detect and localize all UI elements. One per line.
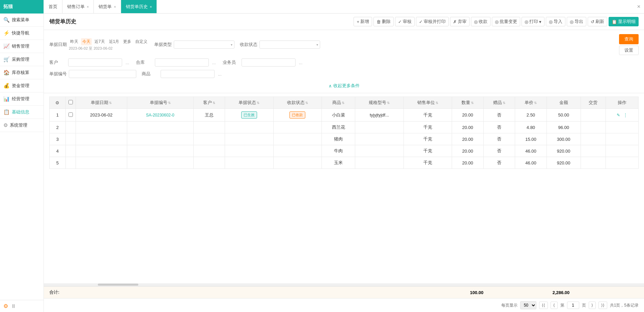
col-sales-unit: 销售单位⇅ <box>403 97 452 109</box>
doc-no-input[interactable] <box>69 70 136 78</box>
sort-doc-no[interactable]: ⇅ <box>168 101 171 105</box>
staff-input[interactable] <box>242 58 296 67</box>
more-action[interactable]: ⋮ <box>623 113 627 118</box>
import-icon: ◎ <box>549 19 553 24</box>
sidebar-item-operations[interactable]: 📊 经营管理 <box>0 93 44 106</box>
batch-change-button[interactable]: ◎ 批量变更 <box>492 17 520 26</box>
sort-unit-price[interactable]: ⇅ <box>534 101 537 105</box>
refresh-button[interactable]: ↺ 刷新 <box>588 17 607 26</box>
row-doc-no[interactable]: SA-20230602-0 <box>127 109 193 122</box>
sort-sales-unit[interactable]: ⇅ <box>436 101 438 105</box>
tab-sales-history-close[interactable]: × <box>150 5 152 9</box>
col-collect-status: 收款状态⇅ <box>273 97 321 109</box>
tab-sales-goods[interactable]: 销货单 × <box>94 0 121 13</box>
sidebar-item-inventory[interactable]: 🏠 库存核算 <box>0 66 44 79</box>
col-gear[interactable]: ⚙ <box>50 97 66 109</box>
table-row: 5 玉米 千克 20.00 否 46.00 920.00 <box>50 157 639 169</box>
sidebar-item-quick-nav[interactable]: ⚡ 快捷导航 <box>0 27 44 40</box>
tab-home[interactable]: 首页 <box>44 0 62 13</box>
sidebar-item-finance[interactable]: 💰 资金管理 <box>0 79 44 93</box>
delete-button[interactable]: 🗑 删除 <box>373 17 394 26</box>
customer-ellipsis[interactable]: ... <box>124 60 131 65</box>
row-customer <box>193 145 225 157</box>
shortcut-more[interactable]: 更多 <box>122 38 133 45</box>
export-button[interactable]: ◎ 导出 <box>567 17 586 26</box>
sort-collect-status[interactable]: ⇅ <box>305 101 308 105</box>
tab-sales-history[interactable]: 销货单历史 × <box>121 0 157 13</box>
page-content: 销货单历史 + 新增 🗑 删除 ✓ 审核 ✓ 审核并打印 <box>44 14 644 312</box>
per-page-select[interactable]: 50 <box>520 301 536 309</box>
sort-goods[interactable]: ⇅ <box>342 101 344 105</box>
collect-status-label: 收款状态 <box>240 42 257 48</box>
sidebar-item-search-menu[interactable]: 🔍 搜索菜单 <box>0 14 44 27</box>
collect-button[interactable]: ◎ 收款 <box>471 17 491 26</box>
row-checkbox[interactable] <box>65 133 76 145</box>
sort-doc-date[interactable]: ⇅ <box>109 101 112 105</box>
show-detail-button[interactable]: 📋 显示明细 <box>609 17 639 26</box>
prev-page-button[interactable]: ⟨ <box>551 302 558 309</box>
row-checkbox[interactable] <box>65 145 76 157</box>
shortcut-month[interactable]: 近1月 <box>108 38 121 45</box>
row-select-checkbox[interactable] <box>68 112 73 117</box>
collect-status-select[interactable] <box>259 41 320 49</box>
sidebar-item-basic-info[interactable]: 📋 基础信息 <box>0 106 44 119</box>
goods-input[interactable] <box>161 70 215 78</box>
row-num: 2 <box>50 122 66 133</box>
add-button[interactable]: + 新增 <box>354 17 372 26</box>
audit-print-icon: ✓ <box>419 19 423 24</box>
goods-ellipsis[interactable]: ... <box>217 72 223 77</box>
sort-customer[interactable]: ⇅ <box>213 101 215 105</box>
row-collect-status <box>273 133 321 145</box>
row-actions <box>606 145 639 157</box>
edit-action[interactable]: ✎ <box>617 113 620 118</box>
warehouse-ellipsis[interactable]: ... <box>211 60 217 65</box>
horizontal-scrollbar[interactable] <box>44 283 644 286</box>
row-checkbox[interactable] <box>65 122 76 133</box>
first-page-button[interactable]: ⟨⟨ <box>539 302 548 309</box>
tab-sales-order-close[interactable]: × <box>87 5 89 9</box>
last-page-button[interactable]: ⟩⟩ <box>598 302 607 309</box>
warehouse-input[interactable] <box>155 58 209 67</box>
shortcut-today[interactable]: 今天 <box>81 38 92 45</box>
staff-ellipsis[interactable]: ... <box>298 60 304 65</box>
doc-status-badge: 已生效 <box>241 111 257 119</box>
query-button[interactable]: 查询 <box>619 34 639 44</box>
doc-no-link[interactable]: SA-20230602-0 <box>146 113 174 118</box>
page-number-input[interactable] <box>567 302 579 309</box>
sort-gift[interactable]: ⇅ <box>503 101 505 105</box>
sidebar-bottom-icon1[interactable]: ⚙ <box>3 303 8 309</box>
audit-print-button[interactable]: ✓ 审核并打印 <box>416 17 449 26</box>
collapse-button[interactable]: ∧ 收起更多条件 <box>49 81 639 90</box>
row-checkbox[interactable] <box>65 109 76 122</box>
next-page-button[interactable]: ⟩ <box>589 302 596 309</box>
import-button[interactable]: ◎ 导入 <box>546 17 565 26</box>
shortcut-custom[interactable]: 自定义 <box>134 38 149 45</box>
tab-sales-order[interactable]: 销售订单 × <box>62 0 94 13</box>
audit-button[interactable]: ✓ 审核 <box>395 17 415 26</box>
col-checkbox[interactable] <box>65 97 76 109</box>
sidebar-item-sales[interactable]: 📈 销售管理 <box>0 40 44 53</box>
select-all-checkbox[interactable] <box>68 100 73 104</box>
sort-spec[interactable]: ⇅ <box>387 101 390 105</box>
row-unit-price: 46.00 <box>515 145 547 157</box>
abandon-button[interactable]: ✗ 弃审 <box>450 17 470 26</box>
tab-sales-goods-close[interactable]: × <box>114 5 116 9</box>
doc-type-select[interactable] <box>174 41 234 49</box>
sort-doc-status[interactable]: ⇅ <box>257 101 259 105</box>
close-all-icon[interactable]: ✕ <box>637 4 641 9</box>
sort-quantity[interactable]: ⇅ <box>471 101 474 105</box>
scroll-thumb[interactable] <box>98 284 138 286</box>
sidebar-item-system[interactable]: ⚙ 系统管理 <box>0 119 44 132</box>
shortcut-yesterday[interactable]: 昨天 <box>69 38 80 45</box>
doc-type-label: 单据类型 <box>154 42 172 48</box>
print-button[interactable]: ◎ 打印 ▾ <box>522 17 544 26</box>
row-unit-price: 46.00 <box>515 157 547 169</box>
sidebar-item-purchase[interactable]: 🛒 采购管理 <box>0 53 44 66</box>
shortcut-week[interactable]: 近7天 <box>93 38 106 45</box>
row-checkbox[interactable] <box>65 157 76 169</box>
sidebar-bottom-icon2[interactable]: ⏸ <box>11 303 16 309</box>
row-doc-no <box>127 122 193 133</box>
filter-settings-button[interactable]: 设置 <box>619 46 639 55</box>
customer-input[interactable] <box>68 58 122 67</box>
row-unit-price: 15.00 <box>515 133 547 145</box>
